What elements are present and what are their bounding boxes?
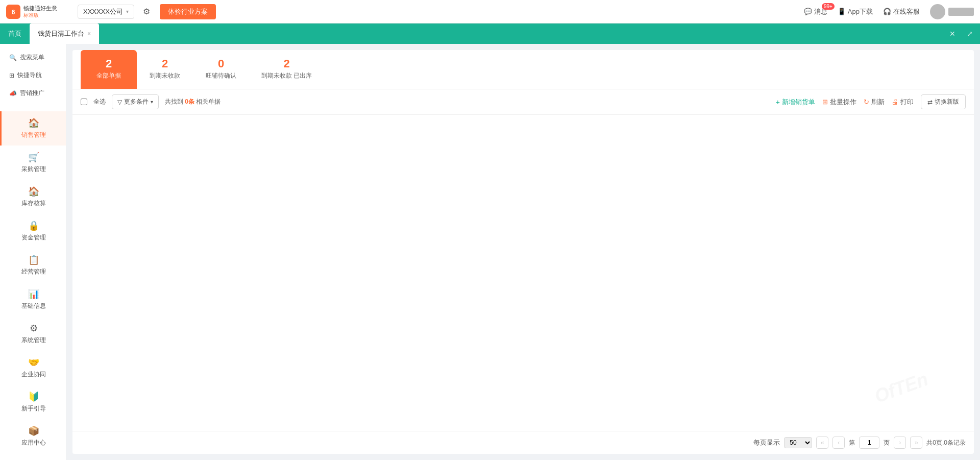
megaphone-icon: 📣 xyxy=(9,90,17,97)
stat-tab-shipped[interactable]: 2 到期未收款 已出库 xyxy=(249,50,324,89)
top-header: 6 畅捷通好生意 标准版 XXXXXX公司 ▾ ⚙ 体验行业方案 💬 消息 99… xyxy=(0,0,980,23)
total-text: 共0页,0条记录 xyxy=(926,439,966,447)
stats-tabs: 2 全部单据 2 到期未收款 0 旺辅待确认 2 到期未收款 已出库 xyxy=(72,50,974,89)
sidebar-item-wechat[interactable]: 💬 企业微信 xyxy=(0,453,66,460)
tab-bar-actions: ✕ ⤢ xyxy=(946,28,980,40)
company-selector[interactable]: XXXXXX公司 ▾ xyxy=(78,5,134,19)
sidebar-item-quick-nav[interactable]: ⊞ 快捷导航 xyxy=(4,67,62,84)
logo-text: 畅捷通好生意 标准版 xyxy=(23,5,57,18)
close-tab-icon[interactable]: × xyxy=(87,30,91,37)
company-name: XXXXXX公司 xyxy=(83,7,123,16)
table-area xyxy=(72,115,974,431)
purchase-icon: 🛒 xyxy=(28,152,39,163)
chevron-down-filter-icon: ▾ xyxy=(151,99,153,105)
sidebar-item-system[interactable]: ⚙ 系统管理 xyxy=(0,317,66,351)
prev-page-button[interactable]: ‹ xyxy=(832,437,845,449)
stat-label-shipped: 到期未收款 已出库 xyxy=(261,71,312,80)
svg-text:6: 6 xyxy=(12,9,15,16)
chevron-down-icon: ▾ xyxy=(126,9,129,14)
main-layout: 🔍 搜索菜单 ⊞ 快捷导航 📣 营销推广 🏠 销售管理 🛒 采购管理 🏠 库存核… xyxy=(0,44,980,460)
toolbar-right: + 新增销货单 ⊞ 批量操作 ↻ 刷新 🖨 打印 xyxy=(776,94,966,109)
stat-label-pending: 旺辅待确认 xyxy=(206,71,236,80)
app-download-button[interactable]: 📱 App下载 xyxy=(838,7,873,16)
batch-icon: ⊞ xyxy=(822,98,828,106)
sidebar: 🔍 搜索菜单 ⊞ 快捷导航 📣 营销推广 🏠 销售管理 🛒 采购管理 🏠 库存核… xyxy=(0,44,66,460)
grid-icon: ⊞ xyxy=(9,72,14,79)
operations-icon: 📋 xyxy=(28,254,39,265)
refresh-icon: ↻ xyxy=(864,98,869,106)
sidebar-item-basics[interactable]: 📊 基础信息 xyxy=(0,282,66,317)
headset-icon: 🎧 xyxy=(883,8,891,15)
settings-icon[interactable]: ⚙ xyxy=(138,4,155,20)
switch-icon: ⇄ xyxy=(927,99,933,106)
stat-tab-all[interactable]: 2 全部单据 xyxy=(81,50,137,89)
sidebar-item-marketing[interactable]: 📣 营销推广 xyxy=(4,85,62,102)
found-text: 共找到 0条 相关单据 xyxy=(165,98,220,106)
toolbar: 全选 ▽ 更多条件 ▾ 共找到 0条 相关单据 + 新增销货单 xyxy=(72,89,974,115)
sidebar-item-finance[interactable]: 🔒 资金管理 xyxy=(0,214,66,248)
sidebar-divider-1 xyxy=(0,109,66,109)
stat-count-pending: 0 xyxy=(218,57,224,70)
stat-count-shipped: 2 xyxy=(284,57,290,70)
page-size-label: 每页显示 xyxy=(753,438,780,447)
sidebar-item-guide[interactable]: 🔰 新手引导 xyxy=(0,385,66,419)
next-page-button[interactable]: › xyxy=(894,437,906,449)
print-button[interactable]: 🖨 打印 xyxy=(892,98,914,107)
basics-icon: 📊 xyxy=(28,288,39,300)
sidebar-item-enterprise[interactable]: 🤝 企业协同 xyxy=(0,351,66,385)
app-center-icon: 📦 xyxy=(28,425,39,437)
stat-count-all: 2 xyxy=(106,57,112,70)
message-badge: 99+ xyxy=(822,3,835,10)
tab-home[interactable]: 首页 xyxy=(0,23,30,44)
content-inner: 2 全部单据 2 到期未收款 0 旺辅待确认 2 到期未收款 已出库 xyxy=(72,50,974,454)
window-expand-icon[interactable]: ⤢ xyxy=(964,28,976,40)
message-icon: 💬 xyxy=(804,8,812,15)
avatar-area[interactable] xyxy=(930,4,974,19)
batch-operation-button[interactable]: ⊞ 批量操作 xyxy=(822,98,856,107)
select-all-checkbox[interactable] xyxy=(81,99,87,105)
select-all-label: 全选 xyxy=(93,98,106,106)
add-sale-order-button[interactable]: + 新增销货单 xyxy=(776,98,815,107)
finance-icon: 🔒 xyxy=(28,220,39,231)
sales-icon: 🏠 xyxy=(28,117,39,129)
sidebar-item-purchase[interactable]: 🛒 采购管理 xyxy=(0,146,66,180)
sidebar-item-sales[interactable]: 🏠 销售管理 xyxy=(0,111,66,146)
phone-icon: 📱 xyxy=(838,8,846,15)
trial-button[interactable]: 体验行业方案 xyxy=(160,4,216,19)
inventory-icon: 🏠 xyxy=(28,186,39,197)
more-filters-button[interactable]: ▽ 更多条件 ▾ xyxy=(112,94,159,109)
plus-icon: + xyxy=(776,98,780,106)
pagination: 每页显示 50 100 200 « ‹ 第 页 › » 共0页,0条记录 xyxy=(72,431,974,454)
switch-version-button[interactable]: ⇄ 切换新版 xyxy=(921,94,966,109)
message-button[interactable]: 💬 消息 99+ xyxy=(804,7,827,16)
tab-work-station[interactable]: 钱货日清工作台 × xyxy=(30,23,99,44)
online-service-button[interactable]: 🎧 在线客服 xyxy=(883,7,920,16)
sidebar-item-app-center[interactable]: 📦 应用中心 xyxy=(0,419,66,453)
stat-tab-pending[interactable]: 0 旺辅待确认 xyxy=(193,50,249,89)
search-icon: 🔍 xyxy=(9,54,17,61)
avatar xyxy=(930,4,945,19)
stat-label-all: 全部单据 xyxy=(96,71,121,80)
sidebar-top: 🔍 搜索菜单 ⊞ 快捷导航 📣 营销推广 xyxy=(0,44,66,107)
sidebar-item-operations[interactable]: 📋 经营管理 xyxy=(0,248,66,282)
refresh-button[interactable]: ↻ 刷新 xyxy=(864,98,885,107)
stat-tab-overdue[interactable]: 2 到期未收款 xyxy=(137,50,193,89)
page-number-input[interactable] xyxy=(859,437,879,449)
enterprise-icon: 🤝 xyxy=(28,357,39,368)
header-right: 💬 消息 99+ 📱 App下载 🎧 在线客服 xyxy=(804,4,974,19)
page-size-select[interactable]: 50 100 200 xyxy=(784,437,812,448)
guide-icon: 🔰 xyxy=(28,391,39,402)
window-close-icon[interactable]: ✕ xyxy=(946,28,959,40)
last-page-button[interactable]: » xyxy=(910,437,922,449)
stat-count-overdue: 2 xyxy=(162,57,168,70)
filter-icon: ▽ xyxy=(117,99,122,106)
print-icon: 🖨 xyxy=(892,98,898,106)
sidebar-item-search[interactable]: 🔍 搜索菜单 xyxy=(4,49,62,66)
content-area: 2 全部单据 2 到期未收款 0 旺辅待确认 2 到期未收款 已出库 xyxy=(66,44,980,460)
tab-bar: 首页 钱货日清工作台 × ✕ ⤢ xyxy=(0,23,980,44)
stat-label-overdue: 到期未收款 xyxy=(150,71,180,80)
sidebar-item-inventory[interactable]: 🏠 库存核算 xyxy=(0,180,66,214)
system-icon: ⚙ xyxy=(30,323,38,334)
first-page-button[interactable]: « xyxy=(816,437,828,449)
found-count: 0条 xyxy=(185,98,194,105)
